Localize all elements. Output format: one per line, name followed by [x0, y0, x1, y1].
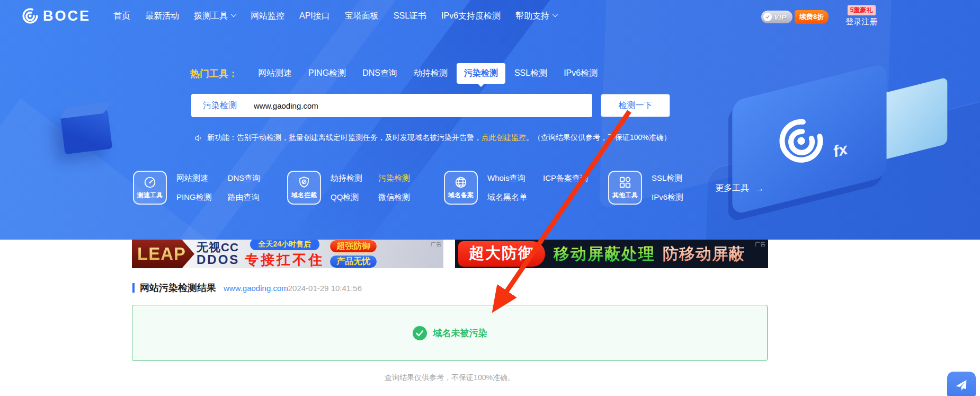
notice-suffix: 。（查询结果仅供参考，不保证100%准确） [526, 133, 671, 142]
tool-group-other: 其他工具 SSL检测 IPv6检测 [608, 171, 683, 205]
tool-links: SSL检测 IPv6检测 [652, 173, 683, 203]
logo-text: BOCE [43, 8, 91, 24]
nav-item-ipv6-support[interactable]: IPv6支持度检测 [441, 11, 501, 22]
top-navbar: BOCE 首页 最新活动 拨测工具 网站监控 API接口 宝塔面板 SSL证书 … [0, 0, 980, 32]
paper-plane-icon [954, 378, 969, 393]
tool-card-label: 域名拦截 [291, 191, 317, 200]
tool-links: 网站测速 DNS查询 PING检测 路由查询 [176, 173, 260, 203]
gauge-icon [143, 175, 157, 189]
ad-defense-pill: 超强防御 [329, 240, 377, 253]
shield-block-icon [297, 175, 311, 189]
nav-item-help[interactable]: 帮助支持 [515, 11, 557, 22]
notice-prefix: 新功能：告别手动检测，批量创建离线定时监测任务，及时发现域名被污染并告警， [207, 133, 482, 142]
nav-item-dial-tools[interactable]: 拨测工具 [194, 11, 236, 22]
link-ipv6-check[interactable]: IPv6检测 [652, 192, 683, 203]
nav-item-site-monitor[interactable]: 网站监控 [251, 11, 284, 22]
nav-item-api[interactable]: API接口 [299, 11, 330, 22]
renew-discount-badge[interactable]: 续费8折 [795, 10, 828, 24]
chevron-down-icon [552, 11, 558, 17]
link-dns-query[interactable]: DNS查询 [228, 173, 261, 183]
search-category-label: 污染检测 [203, 100, 237, 111]
result-disclaimer: 查询结果仅供参考，不保证100%准确。 [132, 373, 768, 383]
tool-group-speed: 测速工具 网站测速 DNS查询 PING检测 路由查询 [133, 171, 260, 205]
boce-logo[interactable]: BOCE [21, 7, 91, 25]
create-monitor-link[interactable]: 点此创建监控 [482, 133, 526, 142]
link-ssl-check[interactable]: SSL检测 [652, 173, 683, 183]
ad-green-text: 移动屏蔽处理 [554, 243, 655, 265]
ad-ddos-text: 无视CC DDOS [197, 242, 239, 267]
globe-icon [454, 175, 468, 189]
vip-check-icon [763, 13, 772, 21]
tab-hijack-check[interactable]: 劫持检测 [406, 63, 455, 84]
domain-icp-card[interactable]: 域名备案 [444, 171, 478, 205]
link-route-query[interactable]: 路由查询 [228, 192, 261, 203]
tab-website-speed[interactable]: 网站测速 [251, 63, 299, 84]
nav-right-cluster: VIP 续费8折 5重豪礼 登录注册 [761, 5, 877, 27]
other-tools-card[interactable]: 其他工具 [608, 171, 642, 205]
nav-item-bt-panel[interactable]: 宝塔面板 [345, 11, 379, 22]
tool-card-label: 测速工具 [137, 191, 163, 200]
notice-text: 新功能：告别手动检测，批量创建离线定时监测任务，及时发现域名被污染并告警，点此创… [207, 133, 671, 143]
ad-banner-ddos[interactable]: LEAP 无视CC DDOS 全天24小时售后 专接扛不住 超强防御 产品无忧 … [132, 240, 443, 268]
tool-card-label: 域名备案 [448, 191, 474, 200]
nav-item-activities[interactable]: 最新活动 [145, 11, 179, 22]
link-pollution-check-current[interactable]: 污染检测 [378, 173, 410, 183]
link-website-speed[interactable]: 网站测速 [176, 173, 212, 183]
tool-links: Whois查询 ICP备案查询 域名黑名单 [487, 173, 588, 203]
success-check-icon [413, 326, 427, 340]
link-wechat-check[interactable]: 微信检测 [378, 192, 410, 203]
domain-block-card[interactable]: 域名拦截 [287, 171, 321, 205]
hot-tools-row: 热门工具： 网站测速 PING检测 DNS查询 劫持检测 污染检测 SSL检测 … [190, 63, 607, 84]
nav-item-home[interactable]: 首页 [113, 11, 130, 22]
speaker-icon [194, 134, 203, 143]
link-qq-check[interactable]: QQ检测 [331, 192, 362, 203]
result-section-title: 网站污染检测结果 [140, 281, 216, 294]
nav-menu: 首页 最新活动 拨测工具 网站监控 API接口 宝塔面板 SSL证书 IPv6支… [113, 0, 557, 32]
chevron-down-icon [230, 11, 236, 17]
tool-group-domain-icp: 域名备案 Whois查询 ICP备案查询 域名黑名单 [444, 171, 588, 205]
search-row: 污染检测 检测一下 [191, 94, 670, 117]
grid-apps-icon [618, 175, 632, 189]
ad-mid-column: 全天24小时售后 专接扛不住 [245, 240, 324, 268]
send-feedback-button[interactable] [947, 372, 976, 396]
login-register-link[interactable]: 登录注册 [845, 17, 877, 27]
link-ping-check[interactable]: PING检测 [176, 192, 212, 203]
boce-pollution-check-page: fx BOCE 首页 最新活动 拨测工具 网站监控 API接口 宝塔面板 SSL… [0, 0, 980, 396]
nav-item-ssl-cert[interactable]: SSL证书 [394, 11, 426, 22]
check-now-button[interactable]: 检测一下 [601, 94, 670, 117]
hot-tools-label: 热门工具： [190, 67, 238, 80]
new-feature-notice: 新功能：告别手动检测，批量创建离线定时监测任务，及时发现域名被污染并告警，点此创… [194, 133, 671, 143]
speed-tools-card[interactable]: 测速工具 [133, 171, 167, 205]
vip-label: VIP [774, 13, 787, 21]
fx-label: fx [831, 140, 849, 161]
ad-line2: DDOS [197, 253, 239, 266]
tab-pollution-check-active[interactable]: 污染检测 [457, 63, 505, 84]
arrow-right-icon: → [755, 184, 764, 193]
domain-input[interactable] [254, 101, 592, 110]
vip-badge[interactable]: VIP [761, 11, 792, 23]
result-timestamp: 2024-01-29 10:41:56 [288, 284, 362, 293]
tab-ping-check[interactable]: PING检测 [301, 63, 353, 84]
ad-defense-badge: 超大防御 [458, 241, 545, 267]
search-box: 污染检测 [191, 94, 592, 117]
link-domain-blacklist[interactable]: 域名黑名单 [487, 192, 527, 203]
tab-ipv6-check[interactable]: IPv6检测 [556, 63, 605, 84]
section-title-bar [132, 283, 135, 293]
more-tools-link[interactable]: 更多工具 → [715, 183, 764, 194]
more-tools-label: 更多工具 [715, 183, 749, 194]
ad-product-pill: 产品无忧 [329, 255, 377, 268]
ad-brand-text: LEAP [137, 244, 186, 264]
link-icp-record-query[interactable]: ICP备案查询 [543, 173, 588, 183]
tool-links: 劫持检测 污染检测 QQ检测 微信检测 [331, 173, 410, 203]
ad-pink-text: 防移动屏蔽 [663, 243, 745, 265]
link-whois-query[interactable]: Whois查询 [487, 173, 527, 183]
login-cluster: 5重豪礼 登录注册 [845, 5, 877, 27]
ad-banner-shield[interactable]: 超大防御 移动屏蔽处理 防移动屏蔽 广告 [455, 240, 768, 268]
tab-dns-query[interactable]: DNS查询 [355, 63, 405, 84]
tool-card-label: 其他工具 [612, 191, 638, 200]
tool-group-domain-block: 域名拦截 劫持检测 污染检测 QQ检测 微信检测 [287, 171, 410, 205]
link-hijack-check[interactable]: 劫持检测 [331, 173, 362, 183]
tab-ssl-check[interactable]: SSL检测 [507, 63, 555, 84]
result-domain-link[interactable]: www.gaoding.com [224, 284, 288, 293]
boce-swirl-icon [770, 110, 832, 172]
